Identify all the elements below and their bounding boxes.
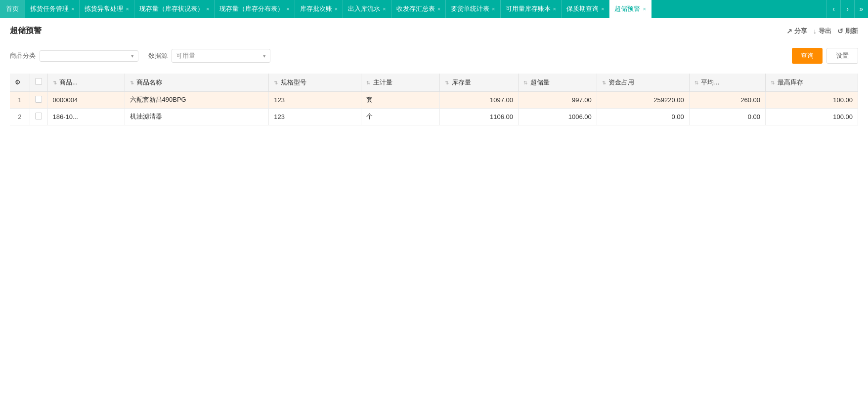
category-filter-group: 商品分类 ▾ <box>10 50 138 62</box>
tab-close-icon[interactable]: × <box>437 6 440 12</box>
column-spec-header[interactable]: ⇅ 规格型号 <box>269 74 361 91</box>
column-stock-header[interactable]: ⇅ 库存量 <box>440 74 519 91</box>
row-spec: 123 <box>269 108 361 125</box>
tab-label: 超储预警 <box>614 4 640 13</box>
col-capital-label: 资金占用 <box>608 79 634 86</box>
datasource-select[interactable]: 可用量 ▾ <box>172 49 270 63</box>
nav-tab-tab-10[interactable]: 超储预警× <box>609 0 651 18</box>
nav-tab-tab-6[interactable]: 收发存汇总表× <box>391 0 446 18</box>
tab-close-icon[interactable]: × <box>286 6 289 12</box>
row-spec: 123 <box>269 91 361 108</box>
tab-label: 出入库流水 <box>348 4 380 13</box>
sort-icon: ⇅ <box>445 80 449 85</box>
share-button[interactable]: ↗ 分享 <box>786 27 807 36</box>
sort-icon: ⇅ <box>523 80 527 85</box>
tab-close-icon[interactable]: × <box>643 6 646 12</box>
tab-close-icon[interactable]: × <box>206 6 209 12</box>
row-checkbox-cell[interactable] <box>30 91 47 108</box>
row-capital: 0.00 <box>597 108 689 125</box>
gear-icon: ⚙ <box>15 79 21 86</box>
col-max-stock-label: 最高库存 <box>778 79 803 86</box>
nav-tab-tab-7[interactable]: 要货单统计表× <box>446 0 500 18</box>
datasource-chevron-icon: ▾ <box>263 53 266 59</box>
tab-label: 现存量（库存状况表） <box>139 4 204 13</box>
select-all-checkbox[interactable] <box>35 78 42 85</box>
nav-tab-tab-4[interactable]: 库存批次账× <box>295 0 343 18</box>
row-checkbox[interactable] <box>35 96 42 103</box>
col-stock-label: 库存量 <box>452 79 471 86</box>
nav-home[interactable]: 首页 <box>0 0 25 18</box>
row-avg: 260.00 <box>689 91 765 108</box>
tab-label: 收发存汇总表 <box>396 4 435 13</box>
tab-close-icon[interactable]: × <box>553 6 556 12</box>
row-capital: 259220.00 <box>597 91 689 108</box>
tab-label: 可用量库存账本 <box>506 4 551 13</box>
col-goods-code-label: 商品... <box>59 79 78 86</box>
row-checkbox[interactable] <box>35 113 42 119</box>
tab-close-icon[interactable]: × <box>383 6 386 12</box>
settings-button[interactable]: 设置 <box>826 48 858 64</box>
row-goods-name: 机油滤清器 <box>125 108 269 125</box>
query-button[interactable]: 查询 <box>792 48 823 64</box>
row-index: 2 <box>10 108 30 125</box>
row-checkbox-cell[interactable] <box>30 108 47 125</box>
column-overstock-header[interactable]: ⇅ 超储量 <box>518 74 597 91</box>
datasource-label: 数据源 <box>148 51 168 60</box>
nav-tab-tab-2[interactable]: 现存量（库存状况表）× <box>134 0 215 18</box>
page-actions: ↗ 分享 ↓ 导出 ↺ 刷新 <box>786 27 858 36</box>
tab-label: 要货单统计表 <box>451 4 489 13</box>
table-row: 1 0000004 六配套新昌490BPG 123 套 1097.00 997.… <box>10 91 858 108</box>
row-goods-code: 0000004 <box>47 91 125 108</box>
column-capital-header[interactable]: ⇅ 资金占用 <box>597 74 689 91</box>
col-goods-name-label: 商品名称 <box>136 79 162 86</box>
column-avg-header[interactable]: ⇅ 平均... <box>689 74 765 91</box>
refresh-label: 刷新 <box>845 27 858 36</box>
column-goods-code-header[interactable]: ⇅ 商品... <box>47 74 125 91</box>
row-goods-name: 六配套新昌490BPG <box>125 91 269 108</box>
nav-tabs: 拣货任务管理×拣货异常处理×现存量（库存状况表）×现存量（库存分布表）×库存批次… <box>25 0 651 18</box>
tab-label: 拣货任务管理 <box>30 4 69 13</box>
nav-tab-tab-1[interactable]: 拣货异常处理× <box>80 0 134 18</box>
tab-close-icon[interactable]: × <box>335 6 338 12</box>
tab-label: 保质期查询 <box>566 4 599 13</box>
column-settings-header[interactable]: ⚙ <box>10 74 30 91</box>
tab-close-icon[interactable]: × <box>126 6 129 12</box>
nav-arrows: ‹ › » <box>826 0 868 18</box>
column-max-stock-header[interactable]: ⇅ 最高库存 <box>765 74 858 91</box>
datasource-filter-group: 数据源 可用量 ▾ <box>148 49 270 63</box>
column-unit-header[interactable]: ⇅ 主计量 <box>361 74 440 91</box>
nav-tab-tab-0[interactable]: 拣货任务管理× <box>25 0 80 18</box>
page-header: 超储预警 ↗ 分享 ↓ 导出 ↺ 刷新 <box>10 26 858 36</box>
tab-close-icon[interactable]: × <box>71 6 74 12</box>
nav-tab-tab-8[interactable]: 可用量库存账本× <box>501 0 562 18</box>
page-content: 超储预警 ↗ 分享 ↓ 导出 ↺ 刷新 商品分类 ▾ 数据源 <box>0 18 868 133</box>
sort-icon: ⇅ <box>366 80 370 85</box>
row-avg: 0.00 <box>689 108 765 125</box>
nav-tab-tab-3[interactable]: 现存量（库存分布表）× <box>215 0 295 18</box>
tab-close-icon[interactable]: × <box>601 6 604 12</box>
column-checkbox-header[interactable] <box>30 74 47 91</box>
refresh-button[interactable]: ↺ 刷新 <box>837 27 858 36</box>
sort-icon: ⇅ <box>130 80 134 85</box>
category-select[interactable]: ▾ <box>40 50 138 62</box>
col-spec-label: 规格型号 <box>281 79 306 86</box>
col-avg-label: 平均... <box>701 79 719 86</box>
nav-next-button[interactable]: › <box>840 0 854 18</box>
tab-close-icon[interactable]: × <box>492 6 495 12</box>
data-table: ⚙ ⇅ 商品... ⇅ 商品名称 ⇅ 规格型号 ⇅ <box>10 74 858 125</box>
sort-icon: ⇅ <box>274 80 278 85</box>
col-overstock-label: 超储量 <box>530 79 550 86</box>
nav-more-button[interactable]: » <box>854 0 868 18</box>
top-navigation: 首页 拣货任务管理×拣货异常处理×现存量（库存状况表）×现存量（库存分布表）×库… <box>0 0 868 18</box>
nav-tab-tab-5[interactable]: 出入库流水× <box>343 0 391 18</box>
col-unit-label: 主计量 <box>373 79 392 86</box>
table-header-row: ⚙ ⇅ 商品... ⇅ 商品名称 ⇅ 规格型号 ⇅ <box>10 74 858 91</box>
filter-actions: 查询 设置 <box>792 48 858 64</box>
nav-tab-tab-9[interactable]: 保质期查询× <box>562 0 609 18</box>
nav-prev-button[interactable]: ‹ <box>826 0 840 18</box>
column-goods-name-header[interactable]: ⇅ 商品名称 <box>125 74 269 91</box>
row-stock: 1097.00 <box>440 91 519 108</box>
table-row: 2 186-10... 机油滤清器 123 个 1106.00 1006.00 … <box>10 108 858 125</box>
export-button[interactable]: ↓ 导出 <box>813 27 831 36</box>
tab-label: 库存批次账 <box>300 4 332 13</box>
